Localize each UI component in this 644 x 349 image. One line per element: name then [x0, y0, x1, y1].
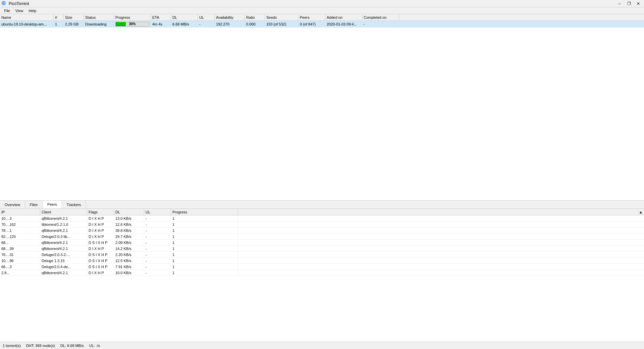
- peer-ul: -: [144, 240, 171, 245]
- close-button[interactable]: ✕: [634, 0, 643, 7]
- peer-dl: 39.8 KB/s: [114, 228, 144, 233]
- peer-flags: D I X H P: [87, 246, 114, 251]
- peer-ip: 66....3: [0, 264, 40, 269]
- col-header-name[interactable]: Name: [0, 14, 54, 20]
- peers-col-client[interactable]: Client: [40, 209, 87, 215]
- peer-flags: D I X H P: [87, 270, 114, 276]
- list-item[interactable]: 2.8...qBittorrent/4.2.1D I X H P10.0 KB/…: [0, 270, 644, 276]
- list-item[interactable]: 66....3Deluge/2.0.4-de...D S I X H P7.91…: [0, 264, 644, 270]
- peers-table[interactable]: IP Client Flags DL UL Progress ▲ 10....3…: [0, 209, 644, 342]
- menu-file[interactable]: File: [1, 8, 13, 13]
- list-item[interactable]: 68....39qBittorrent/4.2.1D I X H P14.2 K…: [0, 246, 644, 252]
- col-header-availability[interactable]: Availability: [215, 14, 245, 20]
- peer-client: Deluge 1.3.15: [40, 258, 87, 263]
- list-item[interactable]: 10....96Deluge 1.3.15D S I X H P12.5 KB/…: [0, 258, 644, 264]
- col-header-eta[interactable]: ETA: [151, 14, 171, 20]
- peer-ip: 78....1: [0, 228, 40, 233]
- list-item[interactable]: 82....125Deluge/2.0.3 lib...D I X H P29.…: [0, 234, 644, 240]
- peers-col-flags[interactable]: Flags: [87, 209, 114, 215]
- torrent-dl: 6.68 MB/s: [171, 21, 198, 27]
- torrent-list[interactable]: Name # Size Status Progress ETA DL UL Av…: [0, 14, 644, 201]
- menu-view[interactable]: View: [13, 8, 26, 13]
- peer-ul: -: [144, 252, 171, 257]
- torrent-eta: 4m 4s: [151, 21, 171, 27]
- col-header-progress[interactable]: Progress: [114, 14, 151, 20]
- peer-client: libtorrent/1.2.1.0: [40, 221, 87, 227]
- progress-bar: 30%: [115, 22, 149, 27]
- peer-dl: 12.5 KB/s: [114, 258, 144, 263]
- tab-trackers[interactable]: Trackers: [62, 201, 86, 208]
- tab-peers[interactable]: Peers: [43, 201, 62, 208]
- torrent-completed-on: -: [362, 21, 399, 27]
- peer-flags: D S I X H P: [87, 252, 114, 257]
- peer-dl: 13.0 KB/s: [114, 215, 144, 221]
- status-dl: DL: 6.68 MB/s: [60, 344, 84, 348]
- menu-help[interactable]: Help: [26, 8, 39, 13]
- status-bar: 1 torrent(s) DHT: 369 node(s) DL: 6.68 M…: [0, 342, 644, 349]
- peer-dl: 10.0 KB/s: [114, 270, 144, 276]
- torrent-peers: 0 (of 847): [299, 21, 325, 27]
- col-header-ratio[interactable]: Ratio: [245, 14, 265, 20]
- peer-ul: -: [144, 221, 171, 227]
- peer-progress: 1: [171, 240, 238, 245]
- peer-progress: 1: [171, 264, 238, 269]
- torrent-ul: -: [198, 21, 215, 27]
- list-item[interactable]: 70....162libtorrent/1.2.1.0D I X H P12.6…: [0, 221, 644, 228]
- minimize-button[interactable]: –: [615, 0, 624, 7]
- peer-ul: -: [144, 215, 171, 221]
- title-bar: 🌀 PicoTorrent – ❐ ✕: [0, 0, 644, 7]
- peers-col-ip[interactable]: IP: [0, 209, 40, 215]
- list-item[interactable]: 76....31Deluge/2.0.3-2-...D S I X H P2.2…: [0, 252, 644, 258]
- tab-files[interactable]: Files: [25, 201, 43, 208]
- peers-col-ul[interactable]: UL: [144, 209, 171, 215]
- peer-ip: 82....125: [0, 234, 40, 239]
- tabs: Overview Files Peers Trackers: [0, 201, 644, 209]
- menu-bar: File View Help: [0, 7, 644, 14]
- table-row[interactable]: ubuntu-19.10-desktop-am... 1 2.29 GB Dow…: [0, 21, 644, 28]
- peer-progress: 1: [171, 252, 238, 257]
- list-item[interactable]: 78....1qBittorrent/4.2.1D I X H P39.8 KB…: [0, 228, 644, 234]
- title-bar-controls: – ❐ ✕: [615, 0, 643, 7]
- peer-ip: 68....39: [0, 246, 40, 251]
- peer-flags: D S I X H P: [87, 264, 114, 269]
- col-header-size[interactable]: Size: [64, 14, 84, 20]
- peer-dl: 14.2 KB/s: [114, 246, 144, 251]
- peer-dl: 12.6 KB/s: [114, 221, 144, 227]
- torrent-name: ubuntu-19.10-desktop-am...: [0, 21, 54, 27]
- peer-progress: 1: [171, 215, 238, 221]
- peer-client: Deluge/2.0.3-2-...: [40, 252, 87, 257]
- peer-progress: 1: [171, 228, 238, 233]
- scrollbar-top-btn[interactable]: ▲: [639, 210, 644, 214]
- torrent-added-on: 2020-01-03 09:4...: [325, 21, 362, 27]
- col-header-num[interactable]: #: [54, 14, 64, 20]
- peer-client: qBittorrent/4.2.1: [40, 240, 87, 245]
- bottom-panel: Overview Files Peers Trackers IP Client …: [0, 201, 644, 342]
- list-item[interactable]: 68...qBittorrent/4.2.1D S I X H P2.09 KB…: [0, 240, 644, 246]
- torrent-seeds: 193 (of 532): [265, 21, 299, 27]
- col-header-added[interactable]: Added on: [325, 14, 362, 20]
- peer-ip: 10....96: [0, 258, 40, 263]
- main-area: Name # Size Status Progress ETA DL UL Av…: [0, 14, 644, 342]
- tab-overview[interactable]: Overview: [0, 201, 25, 208]
- peer-ip: 68...: [0, 240, 40, 245]
- peer-client: Deluge/2.0.3 lib...: [40, 234, 87, 239]
- peer-ip: 76....31: [0, 252, 40, 257]
- col-header-seeds[interactable]: Seeds: [265, 14, 299, 20]
- peers-col-dl[interactable]: DL: [114, 209, 144, 215]
- peer-flags: D S I X H P: [87, 240, 114, 245]
- peer-dl: 7.91 KB/s: [114, 264, 144, 269]
- title-bar-left: 🌀 PicoTorrent: [1, 1, 29, 6]
- list-item[interactable]: 10....3qBittorrent/4.2.1D I X H P13.0 KB…: [0, 215, 644, 221]
- peer-progress: 1: [171, 270, 238, 276]
- col-header-ul[interactable]: UL: [198, 14, 215, 20]
- col-header-dl[interactable]: DL: [171, 14, 198, 20]
- col-header-peers[interactable]: Peers: [299, 14, 325, 20]
- torrent-size: 2.29 GB: [64, 21, 84, 27]
- peers-col-progress[interactable]: Progress: [171, 209, 238, 215]
- col-header-completed[interactable]: Completed on: [362, 14, 399, 20]
- peer-progress: 1: [171, 221, 238, 227]
- restore-button[interactable]: ❐: [625, 0, 633, 7]
- peer-client: qBittorrent/4.2.1: [40, 270, 87, 276]
- col-header-status[interactable]: Status: [84, 14, 114, 20]
- peer-ul: -: [144, 234, 171, 239]
